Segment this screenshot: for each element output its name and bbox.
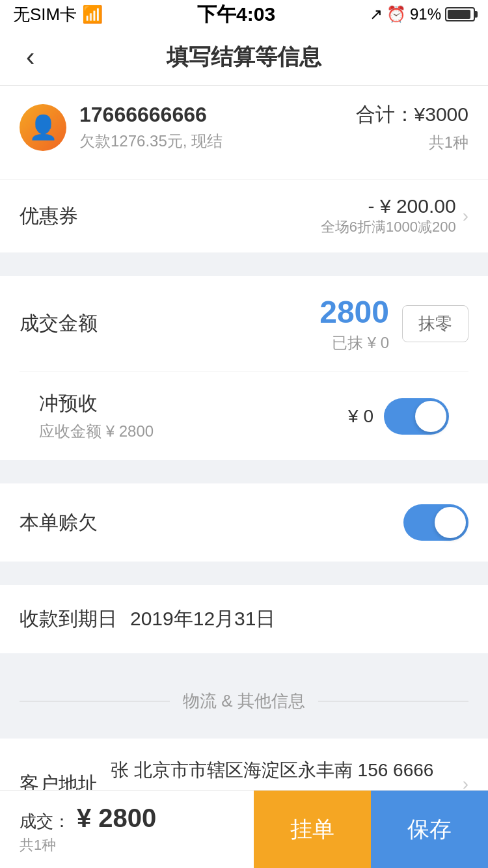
- coupon-desc: 全场6折满1000减200: [321, 217, 456, 237]
- coupon-label: 优惠券: [20, 203, 78, 230]
- prepay-amount: ¥ 0: [348, 406, 373, 427]
- status-bar: 无SIM卡 📶 下午4:03 ↗ ⏰ 91%: [0, 0, 488, 29]
- deal-right: 2800 已抹 ¥ 0 抹零: [319, 294, 468, 353]
- customer-phone: 17666666666: [79, 103, 223, 127]
- coupon-chevron-icon: ›: [463, 206, 468, 226]
- bottom-deal-amount: ¥ 2800: [77, 804, 156, 833]
- total-count: 共1种: [356, 132, 468, 153]
- wifi-icon: 📶: [82, 5, 103, 25]
- time-label: 下午4:03: [197, 1, 275, 28]
- customer-card: 👤 17666666666 欠款1276.35元, 现结 合计：¥3000 共1…: [0, 86, 488, 252]
- deal-label: 成交金额: [20, 310, 98, 337]
- prepay-sub: 应收金额 ¥ 2800: [39, 421, 154, 442]
- carrier-label: 无SIM卡: [13, 3, 77, 26]
- logistics-label: 物流 & 其他信息: [183, 690, 305, 712]
- coupon-right: - ¥ 200.00 全场6折满1000减200 ›: [321, 195, 468, 237]
- battery-percent: 91%: [410, 5, 441, 23]
- debt-row: 本单赊欠: [0, 483, 488, 562]
- debt-toggle[interactable]: [403, 504, 468, 541]
- round-button[interactable]: 抹零: [402, 305, 468, 342]
- page-title: 填写结算等信息: [167, 42, 321, 72]
- deal-value-col: 2800 已抹 ¥ 0: [319, 294, 389, 353]
- battery-fill: [448, 10, 470, 19]
- save-button[interactable]: 保存: [371, 791, 488, 869]
- due-value: 2019年12月31日: [130, 606, 275, 632]
- bottom-deal-label: 成交：: [20, 810, 70, 833]
- due-row: 收款到期日 2019年12月31日: [0, 585, 488, 653]
- bottom-summary: 成交： ¥ 2800 共1种: [0, 804, 254, 855]
- customer-left: 👤 17666666666 欠款1276.35元, 现结: [20, 103, 223, 152]
- hang-button[interactable]: 挂单: [254, 791, 371, 869]
- prepay-left: 冲预收 应收金额 ¥ 2800: [39, 390, 154, 442]
- deal-row: 成交金额 2800 已抹 ¥ 0 抹零: [20, 276, 468, 372]
- prepay-toggle-knob: [415, 401, 446, 432]
- avatar: 👤: [20, 104, 66, 151]
- page-content: 👤 17666666666 欠款1276.35元, 现结 合计：¥3000 共1…: [0, 86, 488, 868]
- logistics-divider: 物流 & 其他信息: [0, 677, 488, 726]
- status-left: 无SIM卡 📶: [13, 3, 103, 26]
- divider-line-left: [20, 701, 170, 701]
- avatar-icon: 👤: [29, 114, 58, 141]
- status-right: ↗ ⏰ 91%: [370, 5, 475, 23]
- due-label: 收款到期日: [20, 606, 117, 632]
- amount-section: 成交金额 2800 已抹 ¥ 0 抹零 冲预收 应收金额 ¥ 2800 ¥ 0: [0, 276, 488, 460]
- debt-label: 本单赊欠: [20, 509, 98, 536]
- back-button[interactable]: ‹: [20, 36, 41, 78]
- divider-1: [0, 263, 488, 276]
- deal-value: 2800: [319, 294, 389, 330]
- clock-icon: ⏰: [386, 5, 406, 23]
- customer-right: 合计：¥3000 共1种: [356, 102, 468, 153]
- divider-5: [0, 726, 488, 739]
- divider-3: [0, 572, 488, 585]
- customer-info: 17666666666 欠款1276.35元, 现结: [79, 103, 223, 152]
- total-amount: 合计：¥3000: [356, 102, 468, 128]
- deal-sub: 已抹 ¥ 0: [332, 332, 389, 353]
- customer-row: 👤 17666666666 欠款1276.35元, 现结 合计：¥3000 共1…: [0, 86, 488, 169]
- divider-4: [0, 664, 488, 677]
- location-icon: ↗: [370, 5, 383, 23]
- nav-bar: ‹ 填写结算等信息: [0, 29, 488, 86]
- prepay-label: 冲预收: [39, 390, 154, 417]
- divider-2: [0, 470, 488, 483]
- bottom-count: 共1种: [20, 835, 234, 855]
- prepay-row: 冲预收 应收金额 ¥ 2800 ¥ 0: [20, 372, 468, 460]
- bottom-bar: 成交： ¥ 2800 共1种 挂单 保存: [0, 790, 488, 868]
- debt-toggle-knob: [435, 507, 466, 538]
- coupon-discount: - ¥ 200.00: [321, 195, 456, 217]
- battery-icon: [445, 7, 475, 21]
- coupon-row[interactable]: 优惠券 - ¥ 200.00 全场6折满1000减200 ›: [0, 179, 488, 252]
- bottom-deal: 成交： ¥ 2800: [20, 804, 234, 833]
- divider-line-right: [318, 701, 468, 701]
- customer-note: 欠款1276.35元, 现结: [79, 131, 223, 152]
- prepay-toggle[interactable]: [384, 398, 449, 435]
